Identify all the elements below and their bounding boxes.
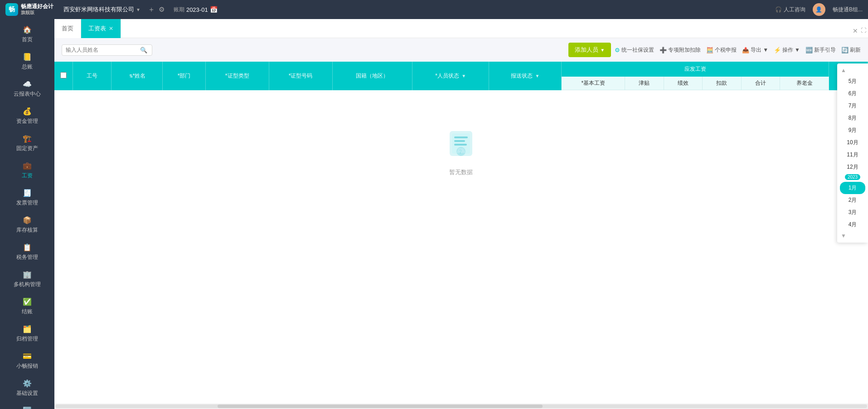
sidebar-item-tax[interactable]: 📋 税务管理 (0, 239, 54, 266)
search-input[interactable] (66, 47, 138, 53)
export-icon: 📤 (742, 47, 749, 54)
th-pension: 养老金 (780, 77, 829, 90)
logo-area: 畅 畅應通好会计 旗舰版 (5, 3, 60, 16)
expense-icon: 💳 (23, 352, 32, 360)
month-item-prev-6月[interactable]: 6月 (837, 88, 868, 100)
search-icon: 🔍 (140, 47, 147, 54)
checkout-icon: ✅ (23, 297, 32, 306)
sidebar-label-archive: 归档管理 (16, 335, 38, 343)
sidebar-label-inventory: 库存核算 (16, 226, 38, 234)
dropdown-arrow-icon: ▼ (600, 48, 605, 53)
calendar-icon[interactable]: 📅 (210, 6, 218, 13)
salary-table: 工号 ⇅*姓名 *部门 *证型类型 *证型号码 国籍（地区） *人员状态 ▼ 报… (54, 62, 868, 213)
month-scroll-up-btn[interactable]: ▲ (841, 67, 846, 73)
social-settings-btn[interactable]: ⚙ 统一社保设置 (615, 46, 654, 54)
add-person-button[interactable]: 添加人员 ▼ (568, 43, 611, 57)
sidebar-item-multi-org[interactable]: 🏢 多机构管理 (0, 266, 54, 293)
invoice-icon: 🧾 (23, 189, 32, 197)
tab-close-icon[interactable]: ✕ (109, 25, 113, 32)
sidebar-item-ledger[interactable]: 📒 总账 (0, 48, 54, 75)
user-label: 畅捷通B组... (833, 6, 863, 14)
inventory-icon: 📦 (23, 216, 32, 224)
chevron-down-icon: ▼ (136, 7, 141, 12)
logo-text-block: 畅應通好会计 旗舰版 (21, 3, 53, 16)
sidebar-label-expense: 小畅报销 (16, 362, 38, 370)
sidebar-item-inventory[interactable]: 📦 库存核算 (0, 211, 54, 239)
maximize-button[interactable]: ⛶ (861, 27, 866, 34)
search-box[interactable]: 🔍 (62, 44, 152, 56)
status-filter-icon[interactable]: ▼ (461, 73, 466, 78)
month-item-prev-5月[interactable]: 5月 (837, 75, 868, 88)
add-icon[interactable]: ＋ (148, 5, 155, 15)
app-edition: 旗舰版 (21, 10, 53, 16)
th-performance: 绩效 (664, 77, 702, 90)
sidebar-item-guide[interactable]: 🆕 新手引导 (0, 402, 54, 409)
month-item-next-3月[interactable]: 3月 (837, 206, 868, 219)
sidebar-item-cloud-report[interactable]: ☁️ 云报表中心 (0, 75, 54, 102)
month-list: 5月6月7月8月9月10月11月12月20231月2月3月4月 (837, 75, 868, 231)
refresh-icon: 🔄 (841, 47, 849, 54)
month-item-prev-11月[interactable]: 11月 (837, 149, 868, 161)
month-item-prev-9月[interactable]: 9月 (837, 124, 868, 136)
h-scrollbar[interactable] (54, 404, 868, 409)
th-base-salary: *基本工资 (562, 77, 625, 90)
sidebar-item-fund[interactable]: 💰 资金管理 (0, 102, 54, 130)
month-item-prev-12月[interactable]: 12月 (837, 161, 868, 173)
sidebar-label-fixed-assets: 固定资产 (16, 145, 38, 152)
scrollbar-thumb[interactable] (218, 404, 542, 408)
new-guide-label: 新手引导 (814, 46, 836, 54)
personal-tax-btn[interactable]: 🧮 个税申报 (706, 46, 737, 54)
tab-home[interactable]: 首页 (54, 19, 81, 38)
sidebar-label-multi-org: 多机构管理 (14, 281, 41, 288)
th-name: ⇅*姓名 (111, 62, 162, 90)
close-button[interactable]: ✕ (853, 27, 858, 34)
year-section: 2023 (837, 173, 868, 182)
sidebar-item-archive[interactable]: 🗂️ 归档管理 (0, 320, 54, 347)
avatar[interactable]: 👤 (813, 3, 825, 16)
month-item-prev-7月[interactable]: 7月 (837, 100, 868, 112)
company-selector[interactable]: 西安虾米网络科技有限公司 ▼ (63, 5, 141, 14)
scrollbar-track (55, 404, 867, 408)
settings-icon[interactable]: ⚙ (159, 5, 165, 14)
multi-org-icon: 🏢 (23, 270, 32, 279)
personal-tax-icon: 🧮 (706, 47, 713, 54)
month-scroll-down-btn[interactable]: ▼ (841, 233, 846, 239)
sidebar-item-home[interactable]: 🏠 首页 (0, 21, 54, 48)
company-name: 西安虾米网络科技有限公司 (63, 5, 134, 14)
table-body: ? 暂无数据 (54, 90, 868, 213)
new-guide-btn[interactable]: 🆕 新手引导 (805, 46, 836, 54)
month-panel-footer: ▼ (837, 231, 868, 241)
sidebar-item-checkout[interactable]: ✅ 结账 (0, 293, 54, 320)
special-deduction-btn[interactable]: ➕ 专项附加扣除 (659, 46, 701, 54)
refresh-btn[interactable]: 🔄 刷新 (841, 46, 861, 54)
window-controls: ✕ ⛶ (853, 27, 866, 34)
report-filter-icon[interactable]: ▼ (535, 73, 539, 78)
export-label: 导出 (751, 46, 761, 54)
th-country: 国籍（地区） (332, 62, 412, 90)
sidebar-item-fixed-assets[interactable]: 🏗️ 固定资产 (0, 130, 54, 157)
toolbar-actions: ⚙ 统一社保设置 ➕ 专项附加扣除 🧮 个税申报 📤 导出 ▼ ⚡ (615, 46, 861, 54)
month-item-next-2月[interactable]: 2月 (837, 194, 868, 206)
export-dropdown-icon: ▼ (763, 47, 768, 53)
select-all-checkbox[interactable] (60, 72, 67, 78)
month-item-next-4月[interactable]: 4月 (837, 219, 868, 231)
app-logo-icon: 畅 (5, 3, 18, 16)
table-wrapper: 工号 ⇅*姓名 *部门 *证型类型 *证型号码 国籍（地区） *人员状态 ▼ 报… (54, 62, 868, 404)
sidebar-item-salary[interactable]: 💼 工资 (0, 157, 54, 184)
operations-btn[interactable]: ⚡ 操作 ▼ (774, 46, 800, 54)
month-item-prev-10月[interactable]: 10月 (837, 136, 868, 149)
month-item-current[interactable]: 1月 (840, 182, 865, 194)
empty-state-icon: ? (443, 127, 479, 163)
svg-rect-2 (454, 136, 468, 138)
sidebar-item-settings[interactable]: ⚙️ 基础设置 (0, 375, 54, 402)
refresh-label: 刷新 (850, 46, 861, 54)
tab-salary-table[interactable]: 工资表 ✕ (81, 19, 121, 38)
sidebar-label-home: 首页 (22, 36, 33, 44)
support-btn[interactable]: 🎧 人工咨询 (775, 6, 805, 14)
sidebar-item-invoice[interactable]: 🧾 发票管理 (0, 184, 54, 211)
export-btn[interactable]: 📤 导出 ▼ (742, 46, 768, 54)
sidebar-item-expense[interactable]: 💳 小畅报销 (0, 347, 54, 375)
month-item-prev-8月[interactable]: 8月 (837, 112, 868, 124)
guide-icon: 🆕 (23, 406, 32, 409)
cloud-report-icon: ☁️ (23, 80, 32, 88)
